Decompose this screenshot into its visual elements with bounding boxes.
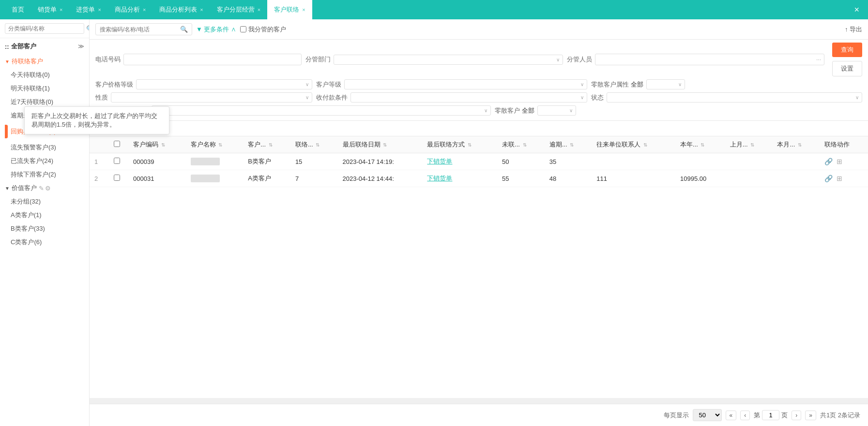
person-select[interactable]: ···: [595, 54, 824, 65]
search-input[interactable]: [100, 26, 180, 33]
sidebar-item-c-class[interactable]: C类客户(6): [0, 235, 89, 249]
phone-input[interactable]: [123, 54, 302, 65]
th-last-date[interactable]: 最后联络日期 ⇅: [338, 136, 423, 153]
nav-item-customer-contact[interactable]: 客户联络 ×: [267, 0, 312, 19]
status-select[interactable]: ∨: [607, 92, 862, 103]
nav-item-analysis-list[interactable]: 商品分析列表 ×: [152, 0, 210, 19]
value-customers-group[interactable]: ▼ 价值客户 ✎ ⚙: [0, 181, 89, 195]
link-icon[interactable]: 🔗: [824, 158, 833, 165]
table-area: ⚙ 客户编码 ⇅: [90, 121, 868, 426]
close-icon[interactable]: ×: [60, 7, 62, 13]
per-page-label: 每页显示: [664, 411, 689, 420]
last-page-button[interactable]: »: [805, 411, 816, 420]
edit-icon[interactable]: ✎: [39, 185, 44, 192]
th-level[interactable]: 客户... ⇅: [243, 136, 290, 153]
th-name[interactable]: 客户名称 ⇅: [186, 136, 244, 153]
table-scroll[interactable]: 客户编码 ⇅ 客户名称 ⇅ 客户... ⇅: [90, 136, 868, 398]
customer-code-cell: 000031: [128, 170, 186, 187]
th-not-contacted[interactable]: 未联... ⇅: [497, 136, 545, 153]
gender-select[interactable]: ∨: [111, 92, 312, 103]
collapse-icon[interactable]: ≫: [78, 43, 84, 50]
customer-level-select[interactable]: ∨: [344, 79, 587, 89]
horizontal-scrollbar[interactable]: [90, 398, 868, 404]
nav-item-analysis[interactable]: 商品分析 ×: [108, 0, 152, 19]
nav-item-customer-layer[interactable]: 客户分层经营 ×: [210, 0, 267, 19]
last-method-link[interactable]: 下销货单: [427, 158, 452, 165]
th-contacts[interactable]: 往来单位联系人 ⇅: [592, 136, 675, 153]
this-month-cell: [772, 153, 820, 170]
th-code[interactable]: 客户编码 ⇅: [128, 136, 186, 153]
sort-icon: ⇅: [798, 142, 802, 147]
sidebar-search-icon[interactable]: 🔍: [86, 25, 90, 32]
close-all-button[interactable]: ×: [850, 5, 863, 15]
per-page-select[interactable]: 50 100 200: [693, 409, 722, 421]
nav-item-sales[interactable]: 销货单 ×: [31, 0, 69, 19]
grid-icon[interactable]: ⊞: [837, 175, 842, 182]
sort-icon: ⇅: [383, 142, 387, 147]
th-contact-count[interactable]: 联络... ⇅: [290, 136, 338, 153]
prev-page-button[interactable]: ‹: [740, 411, 750, 420]
dept-select[interactable]: ∨: [334, 55, 563, 65]
action-cell: 🔗 ⊞: [820, 170, 868, 187]
sidebar-item-today[interactable]: 今天待联络(0): [0, 68, 89, 82]
nav-item-home[interactable]: 首页: [5, 0, 31, 19]
sidebar-search-input[interactable]: [5, 23, 84, 34]
row-checkbox[interactable]: [114, 158, 120, 164]
sidebar-item-a-class[interactable]: A类客户(1): [0, 208, 89, 222]
overdue-cell: 35: [545, 153, 592, 170]
customer-name-cell: [186, 153, 244, 170]
row-checkbox[interactable]: [114, 175, 120, 181]
th-last-method[interactable]: 最后联络方式 ⇅: [422, 136, 497, 153]
customer-type-select[interactable]: ∨: [152, 105, 491, 116]
customer-level-label: 客户等级: [316, 80, 341, 89]
sidebar-item-tomorrow[interactable]: 明天待联络(1): [0, 82, 89, 95]
search-icon[interactable]: 🔍: [180, 26, 188, 33]
retail-attr-select[interactable]: ∨: [646, 79, 685, 89]
query-button[interactable]: 查询: [832, 43, 862, 57]
last-month-cell: [725, 170, 773, 187]
more-conditions-button[interactable]: ▼ 更多条件 ∧: [196, 25, 236, 34]
price-level-select[interactable]: ∨: [136, 79, 312, 89]
retail-attr-cell: 零散客户属性 全部 ∨: [591, 79, 862, 89]
th-overdue[interactable]: 逾期... ⇅: [545, 136, 592, 153]
th-last-month[interactable]: 上月... ⇅: [725, 136, 773, 153]
settings-icon[interactable]: ⚙: [45, 185, 51, 192]
all-customers-header[interactable]: :: 全部客户 ≫: [0, 38, 89, 55]
last-date-cell: 2023-04-12 14:44:: [338, 170, 423, 187]
action-icons: 🔗 ⊞: [824, 175, 863, 182]
my-customers-checkbox[interactable]: [240, 26, 246, 32]
export-button[interactable]: ↑ 导出: [845, 25, 862, 34]
select-all-checkbox[interactable]: [114, 141, 120, 147]
th-checkbox: [109, 136, 128, 153]
phone-cell: 电话号码: [95, 54, 302, 65]
close-icon[interactable]: ×: [143, 7, 146, 13]
page-number-input[interactable]: [762, 410, 779, 420]
close-icon[interactable]: ×: [98, 7, 101, 13]
sidebar-item-lost[interactable]: 已流失客户(24): [0, 154, 89, 168]
payment-select[interactable]: ∨: [350, 92, 587, 103]
close-icon[interactable]: ×: [258, 7, 260, 13]
gender-cell: 性质 ∨: [95, 92, 312, 103]
sidebar-item-ungrouped[interactable]: 未分组(32): [0, 195, 89, 208]
dept-label: 分管部门: [305, 55, 331, 64]
th-this-year[interactable]: 本年... ⇅: [675, 136, 725, 153]
pending-group-label[interactable]: ▼ 待联络客户: [0, 55, 89, 68]
grid-icon[interactable]: ⊞: [837, 158, 842, 165]
sidebar-item-lost-warning[interactable]: 流失预警客户(3): [0, 141, 89, 154]
action-cell: 🔗 ⊞: [820, 153, 868, 170]
settings-button[interactable]: 设置: [832, 61, 862, 76]
sidebar-item-declining[interactable]: 持续下滑客户(2): [0, 168, 89, 181]
last-method-link[interactable]: 下销货单: [427, 175, 452, 182]
sidebar-item-b-class[interactable]: B类客户(33): [0, 222, 89, 235]
chevron-down-icon: ∨: [305, 95, 309, 100]
last-method-cell: 下销货单: [422, 153, 497, 170]
this-year-cell: 10995.00: [675, 170, 725, 187]
link-icon[interactable]: 🔗: [824, 175, 833, 182]
nav-item-purchase[interactable]: 进货单 ×: [69, 0, 107, 19]
th-this-month[interactable]: 本月... ⇅: [772, 136, 820, 153]
first-page-button[interactable]: «: [726, 411, 737, 420]
retail-customer-select[interactable]: ∨: [537, 105, 576, 116]
close-icon[interactable]: ×: [200, 7, 203, 13]
next-page-button[interactable]: ›: [792, 411, 801, 420]
close-icon[interactable]: ×: [302, 7, 305, 13]
